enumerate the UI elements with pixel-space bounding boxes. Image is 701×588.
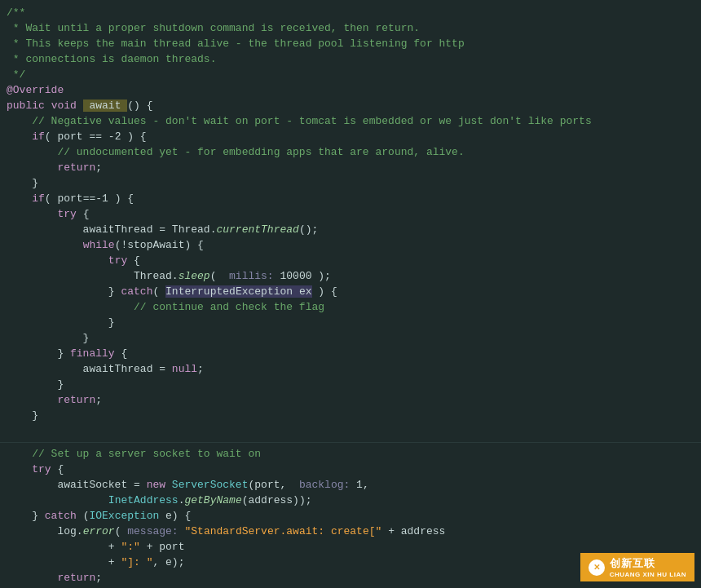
code-line-7: public void await () { <box>0 98 701 113</box>
code-line-6: @Override <box>0 82 701 98</box>
code-line-30: try { <box>0 462 701 477</box>
code-line-10: // undocumented yet - for embedding apps… <box>0 144 701 160</box>
watermark-title: 创新互联 <box>610 556 686 571</box>
watermark-badge: ✕ 创新互联 CHUANG XIN HU LIAN <box>580 553 694 581</box>
code-line-28 <box>0 423 701 439</box>
section-divider <box>0 442 701 443</box>
code-line-12: } <box>0 175 701 191</box>
code-line-16: while(!stopAwait) { <box>0 237 701 253</box>
code-line-34: log.error( message: "StandardServer.awai… <box>0 524 701 539</box>
code-line-29: // Set up a server socket to wait on <box>0 446 701 462</box>
watermark-icon: ✕ <box>589 559 605 576</box>
code-line-8: // Negative values - don't wait on port … <box>0 113 701 129</box>
code-line-3: * This keeps the main thread alive - the… <box>0 36 701 51</box>
code-line-32: InetAddress.getByName(address)); <box>0 493 701 508</box>
code-line-31: awaitSocket = new ServerSocket(port, bac… <box>0 477 701 493</box>
code-line-21: } <box>0 315 701 330</box>
code-editor: /** * Wait until a proper shutdown comma… <box>0 0 701 588</box>
code-line-13: if( port==-1 ) { <box>0 191 701 206</box>
code-line-2: * Wait until a proper shutdown command i… <box>0 20 701 36</box>
code-line-14: try { <box>0 206 701 222</box>
code-line-25: } <box>0 377 701 392</box>
code-line-4: * connections is daemon threads. <box>0 51 701 67</box>
code-line-15: awaitThread = Thread.currentThread(); <box>0 222 701 237</box>
code-line-11: return; <box>0 160 701 175</box>
watermark-subtitle: CHUANG XIN HU LIAN <box>610 571 686 578</box>
code-line-5: */ <box>0 67 701 82</box>
code-line-19: } catch( InterruptedException ex ) { <box>0 284 701 299</box>
code-line-26: return; <box>0 392 701 408</box>
code-line-18: Thread.sleep( millis: 10000 ); <box>0 268 701 284</box>
code-line-23: } finally { <box>0 346 701 361</box>
code-line-33: } catch (IOException e) { <box>0 508 701 524</box>
code-line-9: if( port == -2 ) { <box>0 129 701 144</box>
code-line-22: } <box>0 330 701 346</box>
code-line-20: // continue and check the flag <box>0 299 701 315</box>
code-line-1: /** <box>0 5 701 20</box>
code-line-27: } <box>0 408 701 423</box>
code-line-24: awaitThread = null; <box>0 361 701 377</box>
watermark-text: 创新互联 CHUANG XIN HU LIAN <box>610 556 686 578</box>
code-line-17: try { <box>0 253 701 268</box>
